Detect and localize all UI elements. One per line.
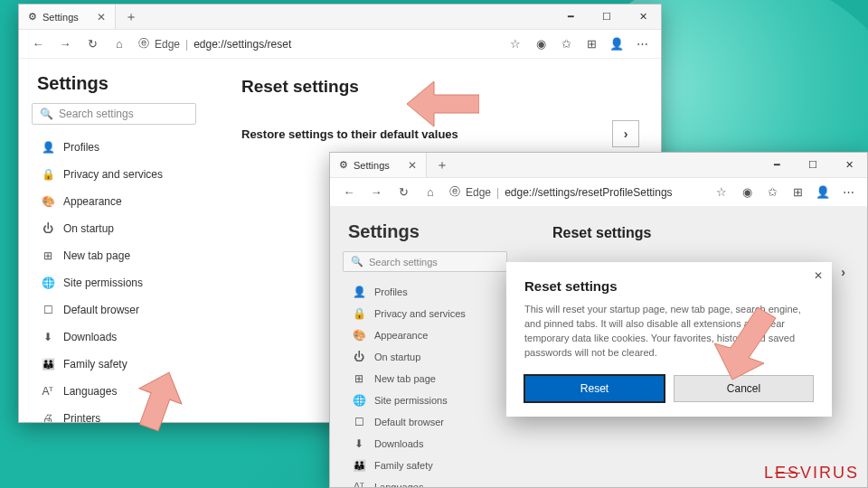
close-icon[interactable]: ✕ <box>814 269 823 282</box>
forward-button[interactable]: → <box>364 181 388 204</box>
nav-icon: 🌐 <box>42 277 54 289</box>
nav-icon: 👤 <box>42 141 54 154</box>
sidebar-item-privacy-and-services[interactable]: 🔒Privacy and services <box>343 303 520 324</box>
maximize-button[interactable]: ☐ <box>795 153 831 178</box>
menu-button[interactable]: ⋯ <box>630 33 654 56</box>
minimize-button[interactable]: ━ <box>552 5 589 30</box>
sidebar-item-default-browser[interactable]: ☐Default browser <box>32 296 209 324</box>
nav-label: Printers <box>63 412 100 422</box>
sidebar-item-new-tab-page[interactable]: ⊞New tab page <box>343 368 520 389</box>
nav-icon: ⊞ <box>42 249 54 262</box>
new-tab-button[interactable]: ＋ <box>427 157 458 174</box>
sidebar-item-new-tab-page[interactable]: ⊞New tab page <box>32 242 209 269</box>
nav-label: Default browser <box>374 417 444 427</box>
svg-marker-2 <box>714 307 776 380</box>
sidebar-item-languages[interactable]: AᵀLanguages <box>343 476 520 487</box>
settings-search[interactable]: 🔍 Search settings <box>343 251 507 272</box>
close-tab-icon[interactable]: ✕ <box>97 11 106 23</box>
back-button[interactable]: ← <box>26 33 50 56</box>
home-button[interactable]: ⌂ <box>419 181 442 204</box>
sidebar-item-profiles[interactable]: 👤Profiles <box>343 281 520 303</box>
favorite-button[interactable]: ☆ <box>710 181 733 204</box>
dialog-title: Reset settings <box>524 278 814 294</box>
collections-button[interactable]: ⊞ <box>580 33 603 56</box>
browser-tab[interactable]: ⚙ Settings ✕ <box>19 5 116 29</box>
nav-icon: ⬇ <box>42 331 54 343</box>
close-window-button[interactable]: ✕ <box>831 153 867 178</box>
sidebar-item-downloads[interactable]: ⬇Downloads <box>343 433 520 455</box>
address-separator: | <box>496 186 499 199</box>
nav-label: Site permissions <box>374 395 448 406</box>
address-path: edge://settings/resetProfileSettings <box>505 186 672 199</box>
sidebar-item-appearance[interactable]: 🎨Appearance <box>32 188 209 215</box>
nav-icon: 👪 <box>353 459 365 472</box>
profile-button[interactable]: 👤 <box>605 33 628 56</box>
nav-label: Languages <box>374 482 423 487</box>
close-tab-icon[interactable]: ✕ <box>408 159 417 172</box>
nav-label: Site permissions <box>63 277 143 289</box>
settings-title: Settings <box>32 70 209 103</box>
settings-sidebar: Settings 🔍 Search settings 👤Profiles🔒Pri… <box>330 207 520 487</box>
annotation-arrow-2 <box>127 371 190 434</box>
nav-label: Profiles <box>63 141 99 154</box>
nav-label: New tab page <box>63 249 130 262</box>
sidebar-item-on-startup[interactable]: ⏻On startup <box>343 346 520 368</box>
nav-label: Family safety <box>63 358 127 371</box>
reset-button[interactable]: Reset <box>524 375 665 402</box>
new-tab-button[interactable]: ＋ <box>116 9 146 25</box>
nav-label: Appearance <box>63 195 122 208</box>
close-window-button[interactable]: ✕ <box>625 5 661 30</box>
tracking-button[interactable]: ◉ <box>735 181 759 204</box>
sidebar-item-default-browser[interactable]: ☐Default browser <box>343 411 520 433</box>
collections-button[interactable]: ⊞ <box>786 181 809 204</box>
settings-sidebar: Settings 🔍 Search settings 👤Profiles🔒Pri… <box>19 59 209 422</box>
tracking-button[interactable]: ◉ <box>529 33 552 56</box>
settings-title: Settings <box>343 218 520 251</box>
browser-tab[interactable]: ⚙ Settings ✕ <box>330 153 427 177</box>
sidebar-item-family-safety[interactable]: 👪Family safety <box>343 455 520 476</box>
favorites-button[interactable]: ✩ <box>760 181 784 204</box>
profile-button[interactable]: 👤 <box>811 181 835 204</box>
sidebar-item-appearance[interactable]: 🎨Appearance <box>343 324 520 346</box>
sidebar-item-site-permissions[interactable]: 🌐Site permissions <box>32 269 209 296</box>
sidebar-item-site-permissions[interactable]: 🌐Site permissions <box>343 389 520 411</box>
sidebar-item-on-startup[interactable]: ⏻On startup <box>32 215 209 242</box>
nav-icon: ⏻ <box>42 222 54 235</box>
home-button[interactable]: ⌂ <box>108 33 131 56</box>
refresh-button[interactable]: ↻ <box>392 181 415 204</box>
nav-icon: 🎨 <box>42 195 54 208</box>
favorites-button[interactable]: ✩ <box>554 33 578 56</box>
sidebar-item-downloads[interactable]: ⬇Downloads <box>32 324 209 351</box>
forward-button[interactable]: → <box>53 33 77 56</box>
nav-icon: ⬇ <box>353 437 365 450</box>
window-controls: ━ ☐ ✕ <box>759 153 867 178</box>
edge-icon: ⓔ <box>449 184 460 200</box>
sidebar-item-privacy-and-services[interactable]: 🔒Privacy and services <box>32 161 209 188</box>
favorite-button[interactable]: ☆ <box>504 33 527 56</box>
nav-label: Appearance <box>374 330 428 341</box>
tab-title: Settings <box>354 160 390 171</box>
search-icon: 🔍 <box>40 108 53 120</box>
refresh-button[interactable]: ↻ <box>80 33 104 56</box>
settings-search[interactable]: 🔍 Search settings <box>32 103 196 125</box>
address-bar[interactable]: ⓔ Edge | edge://settings/reset <box>135 36 291 52</box>
nav-icon: 🌐 <box>353 394 365 407</box>
gear-icon: ⚙ <box>339 159 348 171</box>
back-button[interactable]: ← <box>337 181 361 204</box>
svg-marker-1 <box>127 371 190 434</box>
nav-icon: ☐ <box>353 416 365 428</box>
address-prefix: Edge <box>155 38 180 51</box>
maximize-button[interactable]: ☐ <box>589 5 625 30</box>
minimize-button[interactable]: ━ <box>759 153 795 178</box>
titlebar: ⚙ Settings ✕ ＋ ━ ☐ ✕ <box>330 153 867 178</box>
nav-label: New tab page <box>374 373 436 384</box>
nav-label: Downloads <box>63 331 117 343</box>
menu-button[interactable]: ⋯ <box>836 181 860 204</box>
sidebar-item-profiles[interactable]: 👤Profiles <box>32 134 209 161</box>
nav-label: On startup <box>374 352 420 362</box>
tab-title: Settings <box>42 12 79 23</box>
nav-label: Privacy and services <box>374 308 466 319</box>
address-bar[interactable]: ⓔ Edge | edge://settings/resetProfileSet… <box>446 184 673 200</box>
annotation-arrow-3 <box>714 298 796 389</box>
nav-icon: Aᵀ <box>42 385 54 398</box>
